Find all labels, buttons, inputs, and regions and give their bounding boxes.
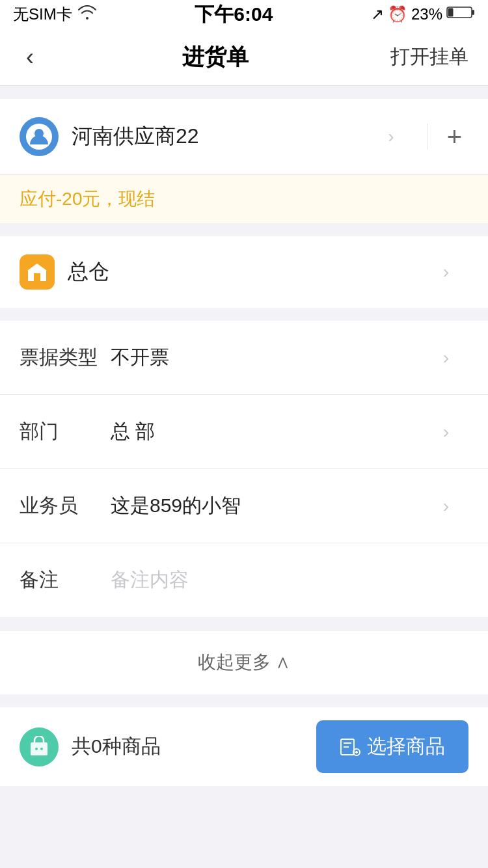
content-area: 河南供应商22 › + 应付-20元，现结 总仓 › 票据类型 xyxy=(0,99,488,786)
supplier-chevron-icon: › xyxy=(388,126,394,147)
carrier-label: 无SIM卡 xyxy=(13,4,72,25)
form-section: 票据类型 不开票 › 部门 总 部 › 业务员 这是859的小智 › 备注 备注… xyxy=(0,321,488,617)
vertical-divider xyxy=(427,124,427,150)
svg-rect-4 xyxy=(34,273,40,281)
select-product-button[interactable]: 选择商品 xyxy=(316,720,468,773)
svg-rect-5 xyxy=(31,742,47,755)
ticket-type-value: 不开票 xyxy=(98,344,443,371)
avatar-inner xyxy=(26,124,52,150)
nav-bar: ‹ 进货单 打开挂单 xyxy=(0,29,488,86)
salesman-label: 业务员 xyxy=(20,493,98,519)
supplier-row[interactable]: 河南供应商22 › + xyxy=(0,99,488,175)
supplier-section: 河南供应商22 › + 应付-20元，现结 xyxy=(0,99,488,223)
page-title: 进货单 xyxy=(182,42,249,72)
supplier-avatar xyxy=(20,117,59,156)
department-label: 部门 xyxy=(20,418,98,445)
product-icon-wrap xyxy=(20,727,59,766)
notice-banner: 应付-20元，现结 xyxy=(0,175,488,223)
warehouse-icon xyxy=(20,254,55,290)
ticket-type-chevron-icon: › xyxy=(443,347,449,368)
time-label: 下午6:04 xyxy=(195,1,273,28)
ticket-type-label: 票据类型 xyxy=(20,344,98,371)
add-supplier-button[interactable]: + xyxy=(441,122,468,152)
warehouse-chevron-icon: › xyxy=(443,262,449,282)
collapse-label: 收起更多 ∧ xyxy=(198,650,291,675)
salesman-row[interactable]: 业务员 这是859的小智 › xyxy=(0,469,488,543)
salesman-value: 这是859的小智 xyxy=(98,493,443,519)
svg-rect-1 xyxy=(472,10,474,15)
status-bar: 无SIM卡 下午6:04 ↗ ⏰ 23% xyxy=(0,0,488,29)
remark-row[interactable]: 备注 备注内容 xyxy=(0,543,488,617)
alarm-icon: ⏰ xyxy=(388,5,407,23)
salesman-chevron-icon: › xyxy=(443,496,449,517)
battery-label: 23% xyxy=(411,5,442,23)
remark-label: 备注 xyxy=(20,567,98,593)
warehouse-name-label: 总仓 xyxy=(68,258,443,286)
svg-rect-2 xyxy=(448,8,453,17)
battery-icon xyxy=(446,5,475,23)
warehouse-row[interactable]: 总仓 › xyxy=(0,236,488,308)
footer-bar: 共0种商品 选择商品 xyxy=(0,707,488,786)
remark-input[interactable]: 备注内容 xyxy=(98,567,468,593)
open-pending-button[interactable]: 打开挂单 xyxy=(390,44,468,70)
supplier-name-label: 河南供应商22 xyxy=(72,122,388,151)
status-left: 无SIM卡 xyxy=(13,4,97,25)
svg-point-7 xyxy=(40,748,43,750)
department-value: 总 部 xyxy=(98,418,443,445)
collapse-button[interactable]: 收起更多 ∧ xyxy=(0,630,488,694)
department-chevron-icon: › xyxy=(443,422,449,442)
product-count-label: 共0种商品 xyxy=(72,733,316,760)
select-product-label: 选择商品 xyxy=(367,733,445,760)
warehouse-section: 总仓 › xyxy=(0,236,488,308)
wifi-icon xyxy=(77,5,97,23)
department-row[interactable]: 部门 总 部 › xyxy=(0,395,488,469)
svg-point-6 xyxy=(35,748,38,750)
status-right: ↗ ⏰ 23% xyxy=(371,5,475,23)
ticket-type-row[interactable]: 票据类型 不开票 › xyxy=(0,321,488,395)
location-icon: ↗ xyxy=(371,5,384,23)
back-button[interactable]: ‹ xyxy=(20,37,40,77)
notice-text: 应付-20元，现结 xyxy=(20,189,155,209)
